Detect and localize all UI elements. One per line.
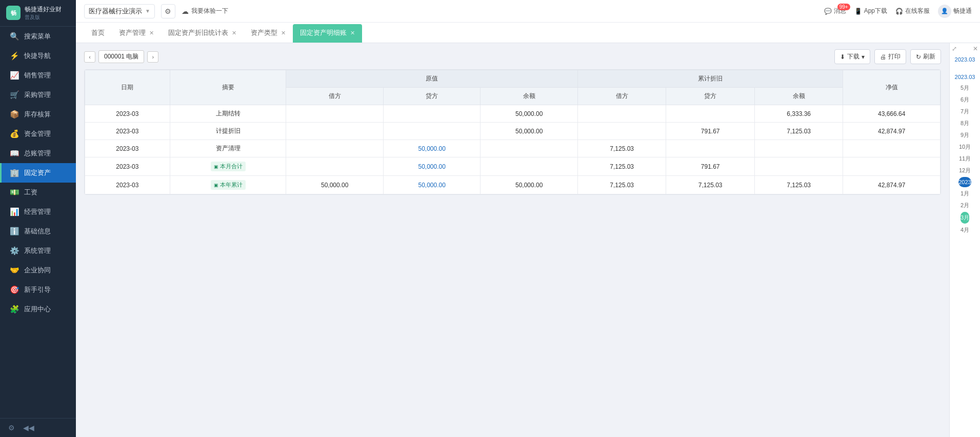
settings-icon[interactable]: ⚙ (8, 424, 15, 432)
service-icon: 🎧 (895, 8, 903, 15)
sidebar-item-salary[interactable]: 💵 工资 (0, 183, 76, 202)
sidebar-item-finance[interactable]: 💰 资金管理 (0, 124, 76, 144)
service-button[interactable]: 🎧 在线客服 (895, 7, 930, 15)
sidebar-item-guide[interactable]: 🎯 新手引导 (0, 280, 76, 300)
print-button[interactable]: 🖨 打印 (874, 49, 906, 64)
sidebar-item-quick-nav[interactable]: ⚡ 快捷导航 (0, 46, 76, 66)
tab-label: 首页 (91, 28, 105, 37)
expand-panel-icon[interactable]: ⤢ (952, 45, 957, 52)
table-row: 2023-03 资产清理 50,000.00 7,125.03 (85, 140, 941, 157)
tab-label: 固定资产折旧统计表 (168, 28, 228, 37)
guide-icon: 🎯 (10, 285, 19, 294)
cell-orig-debit (286, 140, 384, 157)
summary-tag: 本年累计 (211, 180, 246, 190)
timeline-item[interactable]: 6月 (950, 94, 980, 106)
timeline-item[interactable]: 11月 (950, 153, 980, 165)
toolbar-actions: ⬇ 下载 ▾ 🖨 打印 ↻ 刷新 (834, 49, 941, 64)
sidebar-item-fixed-assets[interactable]: 🏢 固定资产 (0, 163, 76, 183)
company-selector[interactable]: 医疗器械行业演示 ▼ (84, 4, 155, 18)
col-credit2: 贷方 (666, 88, 755, 105)
tab-close-icon[interactable]: ✕ (350, 30, 355, 36)
collapse-icon[interactable]: ◀◀ (23, 424, 34, 432)
tab-asset-management[interactable]: 资产管理 ✕ (112, 24, 161, 43)
main-panel: ‹ 000001 电脑 › ⬇ 下载 ▾ 🖨 打印 ↻ (76, 43, 949, 437)
experience-button[interactable]: ☁ 我要体验一下 (182, 7, 228, 15)
col-balance: 余额 (481, 88, 578, 105)
tab-close-icon[interactable]: ✕ (149, 30, 154, 36)
timeline-item[interactable]: 9月 (950, 129, 980, 141)
next-record-button[interactable]: › (147, 51, 158, 63)
tab-label: 固定资产明细账 (300, 28, 347, 37)
table-row: 2023-03 本年累计 50,000.00 50,000.00 50,000.… (85, 176, 941, 194)
sidebar-item-sales[interactable]: 📈 销售管理 (0, 66, 76, 85)
sidebar-item-label: 基础信息 (24, 227, 51, 236)
timeline-item[interactable]: 3月 (961, 212, 969, 224)
col-balance2: 余额 (754, 88, 843, 105)
message-icon: 💬 (824, 8, 832, 15)
tab-depreciation-stats[interactable]: 固定资产折旧统计表 ✕ (161, 24, 244, 43)
sidebar-bottom: ⚙ ◀◀ (0, 418, 76, 437)
tab-close-icon[interactable]: ✕ (281, 30, 286, 36)
tab-asset-detail[interactable]: 固定资产明细账 ✕ (293, 24, 362, 43)
purchase-icon: 🛒 (10, 90, 19, 100)
cell-date: 2023-03 (85, 176, 170, 194)
sidebar-item-purchase[interactable]: 🛒 采购管理 (0, 85, 76, 105)
tab-asset-type[interactable]: 资产类型 ✕ (244, 24, 293, 43)
prev-record-button[interactable]: ‹ (84, 51, 95, 63)
timeline-item[interactable]: 2月 (950, 200, 980, 211)
timeline-list: 5月6月7月8月9月10月11月12月20231月2月3月4月 (950, 82, 980, 433)
cell-orig-balance: 50,000.00 (481, 176, 578, 194)
timeline-item[interactable]: 4月 (950, 224, 980, 236)
cell-net: 42,874.97 (843, 123, 941, 140)
user-menu[interactable]: 👤 畅捷通 (938, 5, 972, 18)
cell-acc-debit (577, 105, 666, 123)
avatar: 👤 (938, 5, 951, 18)
timeline-item[interactable]: 7月 (950, 106, 980, 117)
sidebar-item-inventory[interactable]: 📦 库存核算 (0, 105, 76, 124)
sidebar-item-system[interactable]: ⚙️ 系统管理 (0, 241, 76, 261)
download-button[interactable]: 📱 App下载 (854, 7, 887, 15)
inventory-icon: 📦 (10, 110, 19, 119)
cell-summary: 计提折旧 (170, 123, 286, 140)
sidebar-item-label: 搜索菜单 (24, 32, 51, 41)
col-original: 原值 (286, 70, 578, 88)
cell-date: 2023-03 (85, 105, 170, 123)
sidebar-item-ledger[interactable]: 📖 总账管理 (0, 144, 76, 163)
timeline-item[interactable]: 1月 (950, 188, 980, 200)
sidebar-item-enterprise[interactable]: 🤝 企业协同 (0, 261, 76, 280)
tab-bar: 首页 资产管理 ✕ 固定资产折旧统计表 ✕ 资产类型 ✕ 固定资产明细账 ✕ (76, 23, 980, 43)
sidebar-item-search[interactable]: 🔍 搜索菜单 (0, 27, 76, 46)
ledger-icon: 📖 (10, 149, 19, 158)
sidebar-item-app-center[interactable]: 🧩 应用中心 (0, 300, 76, 319)
experience-icon: ☁ (182, 7, 189, 15)
cell-date: 2023-03 (85, 123, 170, 140)
timeline-item[interactable]: 5月 (950, 82, 980, 94)
gear-button[interactable]: ⚙ (161, 4, 175, 18)
operations-icon: 📊 (10, 207, 19, 216)
fixed-assets-icon: 🏢 (10, 168, 19, 177)
table-row: 2023-03 计提折旧 50,000.00 791.67 7,125.03 4… (85, 123, 941, 140)
cell-summary: 资产清理 (170, 140, 286, 157)
timeline-item[interactable]: 10月 (950, 141, 980, 153)
message-badge: 99+ (837, 4, 850, 10)
sidebar-item-label: 系统管理 (24, 246, 51, 255)
cell-summary: 本月合计 (170, 157, 286, 176)
close-panel-icon[interactable]: ✕ (973, 45, 978, 52)
top-header: 医疗器械行业演示 ▼ ⚙ ☁ 我要体验一下 💬 消息 99+ 📱 App下载 🎧… (76, 0, 980, 23)
col-summary: 摘要 (170, 70, 286, 105)
cell-orig-balance: 50,000.00 (481, 123, 578, 140)
timeline-item[interactable]: 8月 (950, 117, 980, 129)
timeline-item[interactable]: 2023 (958, 177, 971, 187)
tab-close-icon[interactable]: ✕ (232, 30, 236, 36)
sidebar-item-operations[interactable]: 📊 经营管理 (0, 202, 76, 222)
sidebar-item-label: 企业协同 (24, 266, 51, 275)
timeline-item[interactable]: 12月 (950, 165, 980, 176)
cell-net: 43,666.64 (843, 105, 941, 123)
sidebar: 畅 畅捷通好业财 普及版 🔍 搜索菜单 ⚡ 快捷导航 📈 销售管理 🛒 采购管理 (0, 0, 76, 437)
tab-home[interactable]: 首页 (84, 24, 112, 43)
download-button[interactable]: ⬇ 下载 ▾ (834, 49, 870, 64)
refresh-button[interactable]: ↻ 刷新 (910, 49, 941, 64)
message-button[interactable]: 💬 消息 99+ (824, 7, 846, 15)
cell-acc-credit: 7,125.03 (666, 176, 755, 194)
sidebar-item-basic-info[interactable]: ℹ️ 基础信息 (0, 222, 76, 241)
